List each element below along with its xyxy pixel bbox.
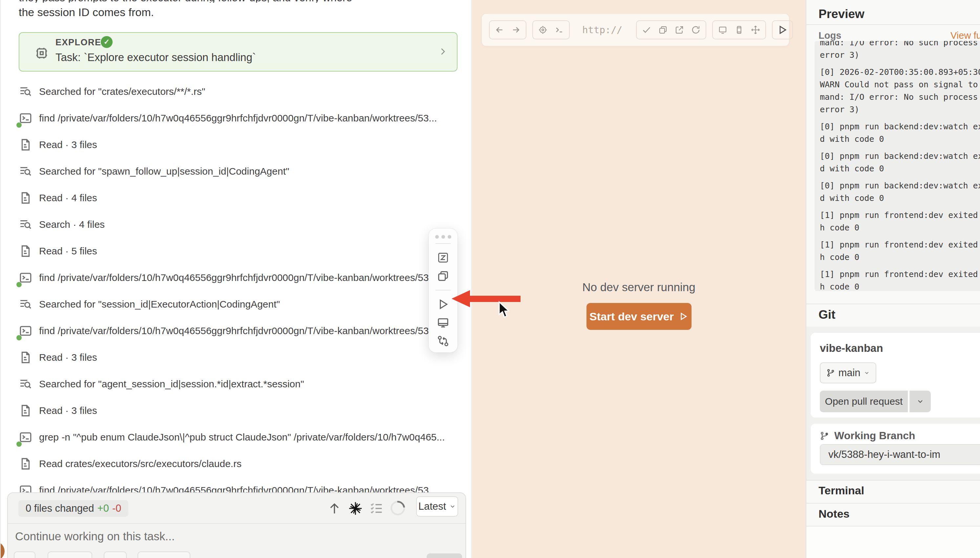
composer-action-button[interactable] — [138, 551, 190, 558]
send-button[interactable] — [427, 553, 462, 558]
nav-group — [489, 20, 526, 39]
start-dev-server-label: Start dev server — [590, 310, 674, 323]
log-entry: [0] pnpm run backend:dev:watch exd with … — [820, 150, 980, 175]
divider — [436, 290, 451, 290]
action-row[interactable]: Read · 5 files — [19, 238, 97, 264]
scroll-to-top-icon[interactable] — [327, 501, 342, 516]
start-dev-server-button[interactable]: Start dev server — [587, 303, 692, 330]
action-row[interactable]: Searched for "agent_session_id|session.*… — [19, 371, 304, 397]
checklist-icon[interactable] — [369, 501, 384, 516]
notes-section-title[interactable]: Notes — [819, 507, 849, 520]
copy-icon[interactable] — [436, 269, 450, 283]
action-row[interactable]: Searched for "spawn_follow_up|session_id… — [19, 158, 289, 184]
crosshair-icon[interactable] — [536, 23, 550, 37]
action-row[interactable]: find /private/var/folders/10/h7w0q46556g… — [19, 317, 437, 344]
terminal-icon — [19, 430, 33, 444]
action-row[interactable]: Read · 3 files — [19, 397, 97, 424]
search-icon — [19, 85, 33, 98]
back-icon[interactable] — [492, 23, 507, 37]
avatar — [0, 542, 5, 558]
composer-action-button[interactable] — [48, 551, 92, 558]
cpu-chip-icon — [33, 44, 50, 62]
tools-group — [533, 20, 570, 39]
logs-output[interactable]: mand: I/O error: No such processerror 3)… — [814, 41, 980, 291]
forward-icon[interactable] — [509, 23, 523, 37]
view-full-logs-link[interactable]: View full logs — [951, 30, 980, 41]
annotation-arrow — [469, 296, 521, 302]
divider — [436, 243, 451, 244]
search-icon — [19, 297, 33, 311]
composer-action-button[interactable] — [14, 551, 36, 558]
action-row[interactable]: Searched for "session_id|ExecutorAction|… — [19, 291, 280, 317]
files-changed-badge[interactable]: 0 files changed +0 -0 — [18, 500, 128, 517]
log-line: [1] pnpm run frontend:dev exited — [820, 209, 980, 222]
action-row-text: Searched for "crates/executors/**/*.rs" — [39, 86, 205, 97]
pr-options-dropdown[interactable] — [909, 391, 931, 412]
action-row[interactable]: Read · 4 files — [19, 184, 97, 211]
action-row-text: Search · 4 files — [39, 219, 105, 230]
action-row[interactable]: find /private/var/folders/10/h7w0q46556g… — [19, 105, 437, 131]
preview-section-title[interactable]: Preview — [819, 7, 864, 21]
external-link-icon[interactable] — [672, 23, 687, 37]
agent-log-panel: they pass prompts to the executor during… — [0, 0, 472, 558]
move-icon[interactable] — [748, 23, 763, 37]
doc-icon — [19, 404, 33, 417]
composer-action-button[interactable] — [104, 551, 127, 558]
drag-handle-icon[interactable] — [435, 235, 451, 239]
action-row[interactable]: find /private/var/folders/10/h7w0q46556g… — [19, 264, 437, 291]
log-entry: [0] 2026-02-20T00:35:00.893+05:30WARN Co… — [820, 66, 980, 116]
terminal-icon — [19, 324, 33, 338]
success-dot-icon — [16, 335, 22, 340]
action-row[interactable]: Read crates/executors/src/executors/clau… — [19, 450, 242, 477]
play-icon[interactable] — [436, 297, 450, 312]
empty-state-message: No dev server running — [472, 281, 806, 294]
explore-task-text: Task: `Explore executor session handling… — [56, 51, 256, 64]
play-icon[interactable] — [775, 23, 790, 37]
lines-removed: -0 — [112, 502, 121, 514]
url-input[interactable]: http:// — [582, 24, 622, 35]
log-entry: [0] pnpm run backend:dev:watch exd with … — [820, 120, 980, 145]
action-row[interactable]: grep -n "^pub enum ClaudeJson\|^pub stru… — [19, 424, 445, 450]
spark-icon[interactable] — [348, 501, 363, 516]
log-line: [1] pnpm run frontend:dev exited — [820, 239, 980, 251]
copy-icon[interactable] — [656, 23, 670, 37]
clipped-paragraph-line: they pass prompts to the executor during… — [19, 0, 352, 3]
composer-input[interactable]: Continue working on this task... — [15, 530, 175, 543]
action-row-text: Read · 4 files — [39, 192, 97, 204]
latest-label: Latest — [418, 501, 446, 512]
search-icon — [19, 377, 33, 391]
chevron-right-icon[interactable] — [438, 47, 447, 56]
working-branch-input[interactable]: vk/5388-hey-i-want-to-im — [820, 444, 980, 465]
doc-icon — [19, 244, 33, 258]
preview-pane: http:// — [472, 0, 806, 558]
check-icon[interactable] — [639, 23, 654, 37]
base-branch-name: main — [838, 367, 860, 379]
doc-icon — [19, 457, 33, 471]
log-line: mand: I/O error: No such process — [820, 91, 980, 103]
open-pull-request-button[interactable]: Open pull request — [820, 391, 908, 412]
git-section-title[interactable]: Git — [819, 308, 835, 322]
git-section: vibe-kanban main ↓ 330 Open pull request — [806, 327, 980, 480]
refresh-icon[interactable] — [688, 23, 703, 37]
terminal-section-title[interactable]: Terminal — [819, 484, 864, 497]
desktop-icon[interactable] — [716, 23, 730, 37]
mobile-icon[interactable] — [732, 23, 746, 37]
action-row-text: grep -n "^pub enum ClaudeJson\|^pub stru… — [39, 432, 445, 443]
latest-dropdown[interactable]: Latest — [416, 496, 458, 517]
monitor-icon[interactable] — [436, 315, 450, 330]
action-row[interactable]: Search · 4 files — [19, 211, 105, 238]
agent-message-text: the session ID comes from. — [19, 6, 154, 19]
chevron-down-icon — [864, 370, 870, 376]
inspect-element-icon[interactable] — [436, 250, 450, 265]
action-row[interactable]: Read · 3 files — [19, 344, 97, 371]
success-dot-icon — [16, 441, 22, 447]
doc-icon — [19, 191, 33, 205]
terminal-prompt-icon[interactable] — [552, 23, 567, 37]
log-line: [0] pnpm run backend:dev:watch ex — [820, 120, 980, 133]
action-row[interactable]: Read · 3 files — [19, 131, 97, 158]
log-line: h code 0 — [820, 281, 980, 291]
git-compare-icon[interactable] — [436, 334, 450, 348]
explore-task-card[interactable]: EXPLORE ✓ Task: `Explore executor sessio… — [19, 32, 457, 72]
base-branch-dropdown[interactable]: main — [820, 363, 876, 383]
action-row[interactable]: Searched for "crates/executors/**/*.rs" — [19, 78, 205, 105]
